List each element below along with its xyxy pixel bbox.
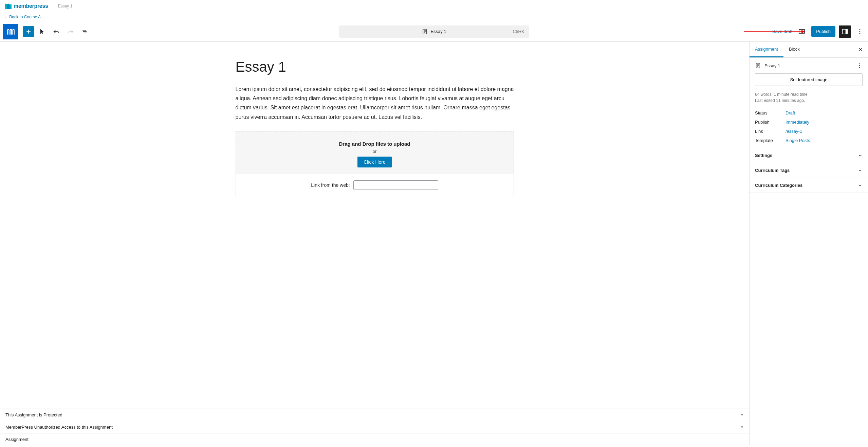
chevron-down-icon (858, 183, 863, 188)
settings-panel-toggle[interactable] (839, 25, 851, 38)
tab-block[interactable]: Block (783, 42, 805, 57)
post-body[interactable]: Lorem ipsum dolor sit amet, consectetur … (236, 85, 514, 122)
save-draft-link[interactable]: Save draft (772, 29, 792, 34)
upload-or-text: or (236, 149, 514, 154)
set-featured-image-button[interactable]: Set featured image (755, 73, 863, 86)
more-vertical-icon (856, 62, 863, 69)
upload-dropzone[interactable]: Drag and Drop files to upload or Click H… (236, 131, 514, 174)
m-icon (6, 27, 15, 36)
kv-value-link[interactable]: /essay-1 (786, 129, 802, 134)
cursor-icon (39, 28, 45, 35)
kv-status: Status Draft (750, 108, 868, 118)
kv-link: Link /essay-1 (750, 127, 868, 136)
tools-button[interactable] (36, 25, 48, 38)
upload-link-label: Link from the web: (311, 182, 350, 188)
meta-edited: Last edited 11 minutes ago. (755, 97, 863, 104)
svg-point-8 (860, 33, 861, 34)
more-options-button[interactable] (854, 25, 865, 38)
tab-assignment[interactable]: Assignment (750, 42, 783, 57)
sidebar-categories-section[interactable]: Curriculum Categories (750, 178, 868, 193)
post-title[interactable]: Essay 1 (236, 59, 514, 75)
editor-toolbar: Essay 1 Ctrl+K Save draft Publish (0, 21, 868, 42)
toolbar-right: Save draft Publish (772, 25, 865, 38)
upload-link-row: Link from the web: (236, 174, 514, 196)
breadcrumb-shortcut: Ctrl+K (513, 29, 524, 34)
svg-rect-5 (846, 29, 848, 34)
preview-button[interactable] (796, 25, 808, 38)
section-label: Settings (755, 153, 772, 158)
kv-key: Publish (755, 120, 786, 125)
brand-logo: memberpress (4, 2, 48, 10)
divider (53, 2, 53, 10)
sidebar-doc-title-row: Essay 1 (750, 58, 868, 73)
kv-template: Template Single Posts (750, 136, 868, 148)
undo-button[interactable] (50, 25, 62, 38)
redo-icon (67, 28, 74, 35)
section-label: Curriculum Categories (755, 183, 802, 188)
sidebar-tags-section[interactable]: Curriculum Tags (750, 163, 868, 178)
panel-unauthorized[interactable]: MemberPress Unauthorized Access to this … (0, 421, 749, 433)
close-sidebar-button[interactable] (853, 47, 868, 52)
main-area: Essay 1 Lorem ipsum dolor sit amet, cons… (0, 42, 868, 445)
meta-words: 64 words, 1 minute read time. (755, 91, 863, 97)
undo-icon (53, 28, 60, 35)
more-vertical-icon (856, 28, 863, 35)
sidebar-doc-more-button[interactable] (856, 62, 863, 69)
kv-key: Template (755, 138, 786, 143)
list-icon (81, 28, 88, 35)
sidebar-doc-title: Essay 1 (764, 63, 780, 68)
upload-link-input[interactable] (353, 180, 438, 190)
sidebar-summary-section: Essay 1 Set featured image 64 words, 1 m… (750, 58, 868, 148)
section-label: Curriculum Tags (755, 168, 790, 173)
brand-text: memberpress (14, 3, 48, 9)
sidebar-tabs: Assignment Block (750, 42, 868, 58)
document-overview-button[interactable] (79, 25, 91, 38)
kv-publish: Publish Immediately (750, 118, 868, 127)
svg-point-6 (860, 29, 861, 30)
svg-point-11 (859, 65, 860, 66)
app-logo-box[interactable] (3, 24, 18, 39)
add-block-button[interactable] (23, 26, 34, 37)
close-icon (858, 47, 863, 52)
upload-click-here-button[interactable]: Click Here (357, 157, 392, 167)
settings-sidebar: Assignment Block Essay 1 Set featured im… (749, 42, 868, 445)
panel-protected[interactable]: This Assignment is Protected ▼ (0, 409, 749, 421)
back-row: ← Back to Course A (0, 12, 868, 21)
kv-key: Status (755, 110, 786, 115)
desktop-icon (798, 28, 806, 35)
breadcrumb-command[interactable]: Essay 1 Ctrl+K (339, 25, 529, 38)
panel-label: MemberPress Unauthorized Access to this … (5, 425, 113, 430)
panel-label: Assignment (5, 437, 29, 442)
content-wrap: Essay 1 Lorem ipsum dolor sit amet, cons… (236, 42, 514, 196)
panel-assignment[interactable]: Assignment (0, 433, 749, 445)
chevron-down-icon: ▼ (740, 425, 744, 429)
redo-button[interactable] (64, 25, 77, 38)
chevron-down-icon (858, 168, 863, 173)
kv-key: Link (755, 129, 786, 134)
plus-icon (25, 28, 32, 35)
svg-point-7 (860, 31, 861, 32)
toolbar-left (23, 25, 91, 38)
upload-heading: Drag and Drop files to upload (236, 141, 514, 147)
file-upload-block: Drag and Drop files to upload or Click H… (236, 131, 514, 196)
memberpress-icon (4, 2, 12, 10)
kv-value-link[interactable]: Draft (786, 110, 795, 115)
back-to-course-link[interactable]: ← Back to Course A (4, 15, 41, 19)
chevron-down-icon (858, 153, 863, 158)
svg-point-12 (859, 67, 860, 68)
chevron-down-icon: ▼ (740, 413, 744, 417)
page-icon (755, 62, 761, 69)
sidebar-meta: 64 words, 1 minute read time. Last edite… (750, 91, 868, 108)
editor-canvas: Essay 1 Lorem ipsum dolor sit amet, cons… (0, 42, 749, 445)
svg-point-10 (859, 64, 860, 64)
bottom-panels: This Assignment is Protected ▼ MemberPre… (0, 409, 749, 445)
sidebar-icon (842, 28, 848, 35)
svg-rect-3 (799, 29, 805, 33)
topbar-title: Essay 1 (58, 4, 73, 8)
kv-value-link[interactable]: Immediately (786, 120, 809, 125)
kv-value-link[interactable]: Single Posts (786, 138, 810, 143)
sidebar-settings-section[interactable]: Settings (750, 148, 868, 163)
brand-bar: memberpress Essay 1 (0, 0, 868, 12)
publish-button[interactable]: Publish (811, 26, 835, 37)
panel-label: This Assignment is Protected (5, 412, 62, 417)
